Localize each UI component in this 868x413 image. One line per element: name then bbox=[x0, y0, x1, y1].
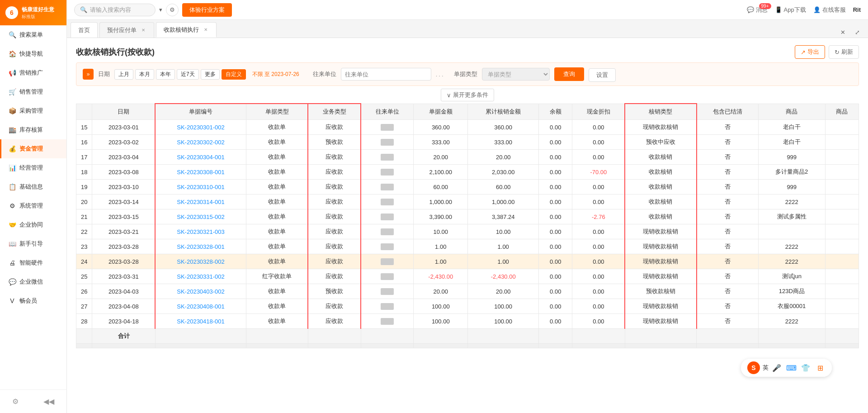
date-btn-0[interactable]: 上月 bbox=[114, 69, 133, 80]
row-bill-no[interactable]: SK-20230418-001 bbox=[155, 314, 246, 329]
row-date: 2023-03-28 bbox=[92, 254, 155, 269]
custom-date-button[interactable]: 自定义 bbox=[222, 69, 246, 80]
row-goods1: 2222 bbox=[758, 314, 825, 329]
microphone-icon[interactable]: 🎤 bbox=[771, 362, 782, 373]
gear-icon[interactable]: ⚙ bbox=[166, 4, 179, 16]
row-bill-no[interactable]: SK-20230403-002 bbox=[155, 284, 246, 299]
table-row: 232023-03-28SK-20230328-001收款单应收款 1.001.… bbox=[76, 239, 859, 254]
col-header-3: 单据类型 bbox=[246, 104, 308, 120]
app-download-button[interactable]: 📱 App下载 bbox=[775, 6, 806, 14]
sidebar-item-wechat[interactable]: 💬 企业微信 bbox=[0, 272, 66, 291]
row-bill-no[interactable]: SK-20230321-003 bbox=[155, 224, 246, 239]
row-amount: 360.00 bbox=[414, 120, 468, 135]
sogou-icon[interactable]: S bbox=[747, 361, 760, 374]
service-button[interactable]: 👤 在线客服 bbox=[813, 6, 846, 14]
row-no: 27 bbox=[76, 299, 92, 314]
row-bill-no[interactable]: SK-20230328-002 bbox=[155, 254, 246, 269]
quicknav-icon: 🏠 bbox=[9, 50, 16, 57]
row-verify-type: 现销收款核销 bbox=[625, 224, 696, 239]
row-biz-type: 应收款 bbox=[308, 269, 361, 284]
topbar-dropdown[interactable]: ▾ bbox=[159, 6, 162, 13]
sidebar-item-marketing[interactable]: 📢 营销推广 bbox=[0, 63, 66, 82]
tab-home[interactable]: 首页 bbox=[71, 22, 98, 38]
page-title: 收款核销执行(按收款) bbox=[76, 47, 155, 57]
sidebar-item-operation[interactable]: 📊 经营管理 bbox=[0, 158, 66, 177]
tab-collection[interactable]: 收款核销执行✕ bbox=[156, 22, 217, 38]
tab-close-collection[interactable]: ✕ bbox=[203, 27, 209, 33]
solution-button[interactable]: 体验行业方案 bbox=[182, 3, 232, 17]
date-btn-3[interactable]: 近7天 bbox=[177, 69, 199, 80]
keyboard-icon[interactable]: ⌨ bbox=[786, 362, 797, 373]
row-included: 否 bbox=[697, 195, 759, 209]
row-unit bbox=[361, 209, 413, 224]
row-discount: 0.00 bbox=[572, 135, 625, 150]
sidebar-item-purchase[interactable]: 📦 采购管理 bbox=[0, 101, 66, 120]
sidebar-item-search[interactable]: 🔍 搜索菜单 bbox=[0, 25, 66, 44]
row-bill-no[interactable]: SK-20230302-002 bbox=[155, 135, 246, 150]
col-header-8: 余额 bbox=[539, 104, 572, 120]
message-button[interactable]: 💬 消息 99+ bbox=[747, 6, 768, 14]
data-table: 日期单据编号单据类型业务类型往来单位单据金额累计核销金额余额现金折扣核销类型包含… bbox=[76, 103, 859, 348]
export-icon: ↗ bbox=[801, 49, 806, 56]
date-btn-2[interactable]: 本年 bbox=[156, 69, 175, 80]
sidebar-item-enterprise[interactable]: 🤝 企业协同 bbox=[0, 215, 66, 234]
sidebar-item-hardware[interactable]: 🖨 智能硬件 bbox=[0, 253, 66, 272]
user-profile[interactable]: Rit bbox=[853, 6, 861, 13]
tab-prepay[interactable]: 预付应付单✕ bbox=[99, 22, 154, 38]
row-bill-no[interactable]: SK-20230314-001 bbox=[155, 195, 246, 209]
row-bill-no[interactable]: SK-20230301-002 bbox=[155, 120, 246, 135]
query-button[interactable]: 查询 bbox=[554, 67, 584, 81]
tab-close-prepay[interactable]: ✕ bbox=[140, 27, 146, 33]
row-date: 2023-03-08 bbox=[92, 165, 155, 180]
date-btn-1[interactable]: 本月 bbox=[135, 69, 154, 80]
sidebar-item-finance[interactable]: 💰 资金管理 bbox=[0, 139, 66, 158]
row-bill-no[interactable]: SK-20230304-001 bbox=[155, 150, 246, 165]
close-tab-icon[interactable]: ✕ bbox=[837, 27, 848, 38]
sidebar-item-guide[interactable]: 📖 新手引导 bbox=[0, 234, 66, 253]
receipt-type-select[interactable]: 单据类型 bbox=[482, 68, 550, 81]
header-actions: ↗ 导出 ↻ 刷新 bbox=[795, 45, 859, 59]
row-no: 19 bbox=[76, 180, 92, 195]
content-header: 收款核销执行(按收款) ↗ 导出 ↻ 刷新 bbox=[67, 38, 868, 59]
maximize-icon[interactable]: ⤢ bbox=[852, 27, 863, 38]
unit-input[interactable] bbox=[341, 68, 431, 81]
row-bill-no[interactable]: SK-20230310-001 bbox=[155, 180, 246, 195]
sidebar-item-inventory[interactable]: 🏬 库存核算 bbox=[0, 120, 66, 139]
footer-cell-11 bbox=[697, 329, 759, 344]
sidebar-item-quicknav[interactable]: 🏠 快捷导航 bbox=[0, 44, 66, 63]
row-verified: 100.00 bbox=[468, 299, 539, 314]
export-button[interactable]: ↗ 导出 bbox=[795, 45, 825, 59]
row-date: 2023-03-14 bbox=[92, 195, 155, 209]
row-goods1: 老白干 bbox=[758, 120, 825, 135]
row-bill-no[interactable]: SK-20230328-001 bbox=[155, 239, 246, 254]
date-btn-4[interactable]: 更多 bbox=[201, 69, 220, 80]
sidebar-bottom-bar: ⚙ ◀◀ bbox=[0, 389, 66, 413]
filter-toggle-button[interactable]: » bbox=[83, 69, 94, 80]
row-goods2 bbox=[825, 314, 859, 329]
setting-button[interactable]: 设置 bbox=[589, 68, 616, 82]
sidebar-item-sales[interactable]: 🛒 销售管理 bbox=[0, 82, 66, 101]
row-unit bbox=[361, 195, 413, 209]
row-bill-no[interactable]: SK-20230408-001 bbox=[155, 299, 246, 314]
collapse-icon[interactable]: ◀◀ bbox=[40, 394, 58, 409]
row-bill-no[interactable]: SK-20230331-002 bbox=[155, 269, 246, 284]
sidebar-item-member[interactable]: V 畅会员 bbox=[0, 291, 66, 310]
row-bill-no[interactable]: SK-20230315-002 bbox=[155, 209, 246, 224]
row-included: 否 bbox=[697, 165, 759, 180]
row-balance: 0.00 bbox=[539, 269, 572, 284]
dropdown-arrow: ▾ bbox=[159, 6, 162, 13]
row-unit bbox=[361, 314, 413, 329]
refresh-button[interactable]: ↻ 刷新 bbox=[829, 45, 859, 59]
sidebar-item-system[interactable]: ⚙ 系统管理 bbox=[0, 196, 66, 215]
sidebar-logo: 6 畅康道好生意 标推版 bbox=[0, 0, 66, 25]
input-method-label[interactable]: 英 bbox=[763, 364, 769, 372]
sidebar-item-basic[interactable]: 📋 基础信息 bbox=[0, 177, 66, 196]
expand-filter-button[interactable]: ∨ 展开更多条件 bbox=[441, 89, 494, 101]
purchase-icon: 📦 bbox=[9, 107, 16, 114]
skin-icon[interactable]: 👕 bbox=[800, 362, 811, 373]
grid-icon[interactable]: ⊞ bbox=[815, 362, 826, 373]
search-box[interactable]: 🔍 请输入搜索内容 bbox=[74, 4, 156, 16]
settings-icon[interactable]: ⚙ bbox=[9, 394, 22, 409]
date-label: 日期 bbox=[98, 70, 110, 78]
row-bill-no[interactable]: SK-20230308-001 bbox=[155, 165, 246, 180]
